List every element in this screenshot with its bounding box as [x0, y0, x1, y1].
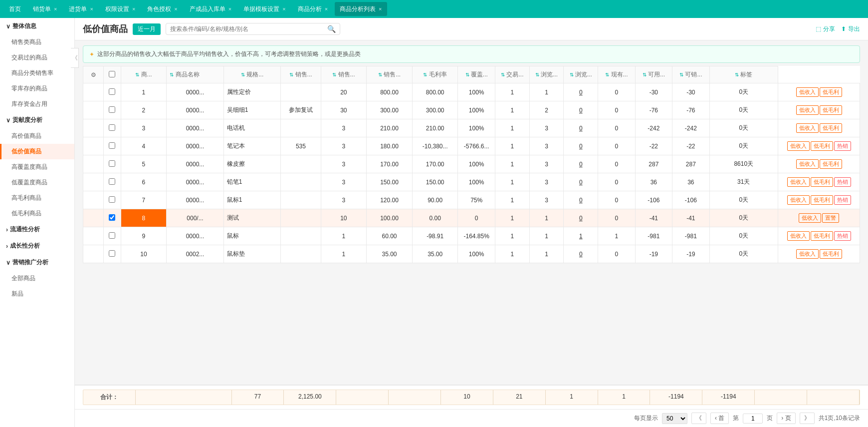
time-filter-button[interactable]: 近一月: [133, 23, 161, 35]
sidebar-item-zero-stock[interactable]: 零库存的商品: [0, 81, 74, 96]
row-select-checkbox[interactable]: [109, 214, 115, 221]
first-page-button[interactable]: 《: [691, 413, 706, 424]
col-settings-header[interactable]: ⚙: [83, 66, 104, 83]
next-page-button[interactable]: › 页: [777, 413, 795, 424]
row-settings: [83, 245, 104, 263]
col-gross-header[interactable]: ⇅ 毛利率: [412, 66, 458, 83]
sidebar-item-high-coverage[interactable]: 高覆盖度商品: [0, 159, 74, 175]
row-checkbox[interactable]: [104, 245, 121, 263]
row-tags: 低收入低毛利: [778, 101, 860, 119]
collapse-arrow-icon: ∨: [6, 23, 10, 30]
col-avail-header[interactable]: ⇅ 可用...: [635, 66, 672, 83]
sidebar-group-flow[interactable]: › 流通性分析: [0, 221, 74, 238]
nav-role-auth[interactable]: 角色授权 ×: [142, 2, 182, 16]
row-checkbox[interactable]: [104, 137, 121, 155]
nav-template-setting[interactable]: 单据模板设置 ×: [238, 2, 290, 16]
sort-icon: ⇅: [135, 72, 139, 77]
col-code-header[interactable]: ⇅ 商...: [121, 66, 167, 83]
close-icon[interactable]: ×: [132, 6, 135, 12]
close-icon[interactable]: ×: [282, 6, 285, 12]
col-browse2-header[interactable]: ⇅ 浏览...: [564, 66, 598, 83]
page-input[interactable]: [743, 414, 763, 424]
per-page-select[interactable]: 50 100 200: [662, 413, 687, 424]
close-icon[interactable]: ×: [174, 6, 177, 12]
close-icon[interactable]: ×: [90, 6, 93, 12]
row-num: 10: [121, 245, 167, 263]
row-checkbox[interactable]: [104, 227, 121, 245]
row-select-checkbox[interactable]: [109, 250, 115, 257]
last-page-button[interactable]: 》: [800, 413, 815, 424]
row-checkbox[interactable]: [104, 119, 121, 137]
nav-purchase[interactable]: 进货单 ×: [64, 2, 98, 16]
sidebar-collapse-button[interactable]: 《: [71, 48, 79, 68]
col-spec-header[interactable]: ⇅ 规格...: [223, 66, 281, 83]
close-icon[interactable]: ×: [379, 6, 382, 12]
row-checkbox[interactable]: [104, 101, 121, 119]
row-name: 鼠标: [223, 227, 281, 245]
select-all-checkbox[interactable]: [109, 71, 115, 77]
row-select-checkbox[interactable]: [109, 196, 115, 203]
col-browse-header[interactable]: ⇅ 浏览...: [529, 66, 564, 83]
col-stock-header[interactable]: ⇅ 现有...: [598, 66, 635, 83]
sidebar-item-all-goods[interactable]: 全部商品: [0, 271, 74, 286]
sidebar-item-new-goods[interactable]: 新品: [0, 286, 74, 302]
row-checkbox[interactable]: [104, 209, 121, 227]
close-icon[interactable]: ×: [325, 6, 328, 12]
sidebar-item-traded-goods[interactable]: 交易过的商品: [0, 50, 74, 65]
col-sellable-header[interactable]: ⇅ 可销...: [672, 66, 709, 83]
row-select-checkbox[interactable]: [109, 142, 115, 149]
sidebar-group-growth[interactable]: › 成长性分析: [0, 238, 74, 254]
nav-permission[interactable]: 权限设置 ×: [100, 2, 140, 16]
row-select-checkbox[interactable]: [109, 88, 115, 95]
col-cover-header[interactable]: ⇅ 覆盖...: [458, 66, 495, 83]
row-select-checkbox[interactable]: [109, 178, 115, 185]
sidebar-item-sales-goods[interactable]: 销售类商品: [0, 34, 74, 50]
col-tag-header[interactable]: ⇅ 标签: [709, 66, 778, 83]
col-sales-qty-header[interactable]: ⇅ 销售...: [281, 66, 321, 83]
col-trade-header[interactable]: ⇅ 交易...: [495, 66, 529, 83]
row-select-checkbox[interactable]: [109, 106, 115, 113]
prev-page-button[interactable]: ‹ 首: [710, 413, 729, 424]
sidebar-group-marketing[interactable]: ∨ 营销推广分析: [0, 254, 74, 271]
row-coverage: 1: [495, 83, 529, 101]
row-select-checkbox[interactable]: [109, 232, 115, 239]
sidebar-item-high-value[interactable]: 高价值商品: [0, 128, 74, 144]
row-browse2: 0: [598, 209, 635, 227]
col-sales-amt2-header[interactable]: ⇅ 销售...: [367, 66, 413, 83]
col-checkbox-header[interactable]: [104, 66, 121, 83]
nav-product-analysis[interactable]: 商品分析 ×: [293, 2, 333, 16]
collapse-arrow-icon: ∨: [6, 117, 10, 124]
close-icon[interactable]: ×: [54, 6, 57, 12]
sidebar-item-low-coverage[interactable]: 低覆盖度商品: [0, 175, 74, 190]
nav-sales-order[interactable]: 销货单 ×: [28, 2, 62, 16]
nav-home[interactable]: 首页: [4, 2, 26, 16]
sidebar-item-low-value[interactable]: 低价值商品: [0, 144, 74, 159]
nav-product-warehouse[interactable]: 产成品入库单 ×: [185, 2, 236, 16]
row-name: 橡皮擦: [223, 155, 281, 173]
col-name-header[interactable]: ⇅ 商品名称: [167, 66, 224, 83]
row-select-checkbox[interactable]: [109, 160, 115, 167]
row-available: 287: [672, 155, 709, 173]
table-container[interactable]: ⚙ ⇅ 商... ⇅ 商品名称 ⇅ 规格... ⇅ 销售... ⇅ 销售... …: [83, 66, 860, 385]
row-checkbox[interactable]: [104, 83, 121, 101]
close-icon[interactable]: ×: [228, 6, 231, 12]
row-checkbox[interactable]: [104, 155, 121, 173]
row-stock: -22: [635, 137, 672, 155]
sidebar-item-category-sales-rate[interactable]: 商品分类销售率: [0, 65, 74, 81]
search-icon[interactable]: 🔍: [327, 25, 336, 33]
sidebar-group-contribution[interactable]: ∨ 贡献度分析: [0, 112, 74, 128]
tag-badge: 热销: [834, 231, 851, 241]
sidebar-item-high-margin[interactable]: 高毛利商品: [0, 190, 74, 206]
sidebar-item-stock-capital[interactable]: 库存资金占用: [0, 96, 74, 112]
col-sales-amt-header[interactable]: ⇅ 销售...: [321, 66, 367, 83]
search-input[interactable]: [170, 25, 324, 32]
sidebar-group-overall[interactable]: ∨ 整体信息: [0, 18, 74, 34]
sidebar-item-low-margin[interactable]: 低毛利商品: [0, 206, 74, 221]
share-button[interactable]: ⬚ 分享: [816, 25, 835, 33]
row-select-checkbox[interactable]: [109, 124, 115, 131]
sort-icon: ⇅: [170, 72, 174, 77]
nav-analysis-list[interactable]: 商品分析列表 ×: [335, 2, 387, 16]
row-checkbox[interactable]: [104, 173, 121, 191]
export-button[interactable]: ⬆ 导出: [841, 25, 860, 33]
row-checkbox[interactable]: [104, 191, 121, 209]
